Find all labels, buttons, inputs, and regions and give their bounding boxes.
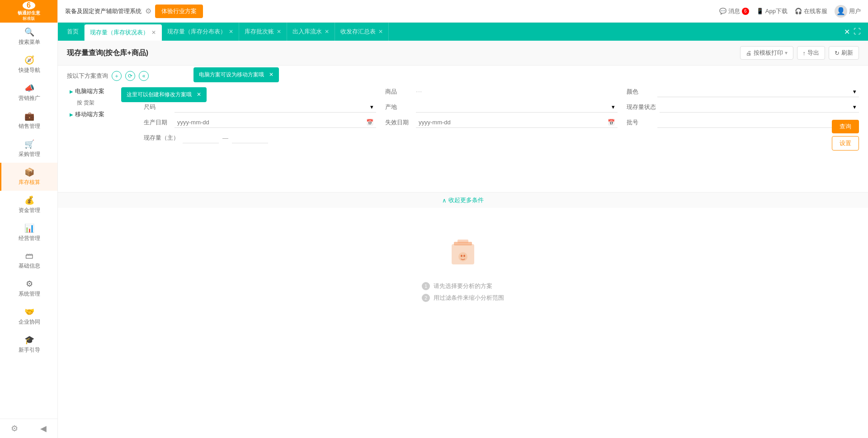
tab-flow[interactable]: 出入库流水 ✕ [287,23,335,41]
tab-close-all-icon[interactable]: ✕ [844,28,850,36]
user-label: 用户 [849,7,861,15]
app-logo: 6 畅通好生意 标准版 [0,0,57,23]
product-dots[interactable]: ··· [416,88,422,96]
tab-summary-close[interactable]: ✕ [378,28,383,35]
reset-btn[interactable]: 设置 [832,136,859,151]
finance-icon: 💰 [24,195,34,205]
color-select[interactable]: ▾ [657,86,859,97]
sidebar-item-marketing[interactable]: 📣 营销推广 [0,79,57,107]
stock-status-select[interactable]: ▾ [660,102,859,113]
tab-inventory-dist[interactable]: 现存量（库存分布表） ✕ [162,23,239,41]
svg-point-4 [461,255,462,257]
scheme-mobile-header[interactable]: ▶ 移动端方案 [67,108,137,120]
stock-main-label: 现存量（主） [144,134,179,142]
sidebar-label-sales: 销售管理 [19,122,40,130]
operations-icon: 📊 [24,223,34,233]
filter-stock-status: 现存量状态 ▾ [627,102,859,113]
industry-btn[interactable]: 体验行业方案 [155,5,203,18]
sidebar-item-sales[interactable]: 💼 销售管理 [0,107,57,135]
stock-main-min[interactable] [183,132,219,143]
online-service-label: 在线客服 [804,7,827,15]
stock-main-max[interactable] [232,132,268,143]
sidebar-label-basic: 基础信息 [19,262,40,270]
sidebar-item-finance[interactable]: 💰 资金管理 [0,191,57,219]
step1-text: 请先选择要分析的方案 [434,280,492,292]
scheme-shelf-label: 按 货架 [77,99,94,107]
app-name: 畅通好生意 [18,10,40,16]
export-btn[interactable]: ↑ 导出 [797,46,826,60]
sidebar-item-system[interactable]: ⚙ 系统管理 [0,274,57,302]
basic-icon: 🗃 [25,251,33,261]
main-content: 装备及固定资产辅助管理系统 ⚙ 体验行业方案 💬 消息 6 📱 App下载 🎧 … [58,0,868,438]
tab-inventory-status[interactable]: 现存量（库存状况表） ✕ [85,24,162,41]
color-dropdown-icon: ▾ [853,88,856,95]
print-btn[interactable]: 🖨 按模板打印 ▾ [740,46,793,60]
logo-icon: 6 [23,1,35,9]
add-scheme-btn[interactable]: ＋ [112,71,122,81]
prod-date-input[interactable]: 📅 [175,117,376,128]
collapse-bar[interactable]: ∧ 收起更多条件 [58,192,868,208]
empty-state: 1 请先选择要分析的方案 2 用过滤条件来缩小分析范围 [58,208,868,331]
search-buttons: 查询 设置 [832,120,859,151]
app-download-btn[interactable]: 📱 App下载 [756,7,788,15]
tab-batch-close[interactable]: ✕ [277,28,281,35]
sidebar-item-search[interactable]: 🔍 搜索菜单 [0,23,57,51]
refresh-btn[interactable]: ↻ 刷新 [829,46,859,60]
collapse-label: 收起更多条件 [448,196,484,204]
expire-date-field[interactable] [419,119,606,126]
prev-scheme-btn[interactable]: « [139,71,149,81]
expire-date-input[interactable]: 📅 [416,117,618,128]
tab-summary[interactable]: 收发存汇总表 ✕ [335,23,389,41]
sidebar-item-inventory[interactable]: 📦 库存核算 [0,163,57,191]
page-title: 现存量查询(按仓库+商品) [67,48,148,58]
sidebar-item-nav[interactable]: 🧭 快捷导航 [0,51,57,79]
app-sub: 标准版 [23,16,35,22]
message-icon: 💬 [719,8,726,14]
expire-date-label: 失效日期 [385,118,412,127]
tab-summary-label: 收发存汇总表 [340,28,376,36]
collapse-sidebar-icon[interactable]: ◀ [40,424,47,433]
prod-date-calendar-icon: 📅 [366,119,373,126]
user-btn[interactable]: 👤 用户 [835,5,861,18]
sidebar-item-guide[interactable]: 🎓 新手引导 [0,330,57,358]
settings-bottom-icon[interactable]: ⚙ [11,424,18,433]
tab-inventory-status-close[interactable]: ✕ [151,29,156,36]
tab-home-label: 首页 [67,28,79,36]
filter-prod-date: 生产日期 📅 [144,117,376,128]
svg-rect-2 [458,240,468,243]
sidebar-item-operations[interactable]: 📊 经营管理 [0,219,57,247]
tab-inventory-dist-close[interactable]: ✕ [229,28,233,35]
message-label: 消息 [728,7,740,15]
online-service-btn[interactable]: 🎧 在线客服 [795,7,827,15]
tooltip2-close[interactable]: ✕ [197,91,201,98]
sidebar-item-basic[interactable]: 🗃 基础信息 [0,247,57,274]
sidebar-item-enterprise[interactable]: 🤝 企业协同 [0,302,57,330]
filter-color: 颜色 ▾ [627,86,859,97]
tab-flow-close[interactable]: ✕ [325,28,329,35]
tab-expand-icon[interactable]: ⛶ [854,28,861,36]
sidebar-item-purchase[interactable]: 🛒 采购管理 [0,135,57,163]
collapse-arrow-icon: ∧ [442,197,447,204]
edit-scheme-btn[interactable]: ⟳ [125,71,135,81]
tab-batch[interactable]: 库存批次账 ✕ [239,23,287,41]
export-label: 导出 [807,49,819,57]
tabs-actions: ✕ ⛶ [840,28,864,36]
tab-home[interactable]: 首页 [61,23,85,41]
content-actions: 🖨 按模板打印 ▾ ↑ 导出 ↻ 刷新 [740,46,859,60]
message-btn[interactable]: 💬 消息 6 [719,7,749,15]
sidebar-label-operations: 经营管理 [19,235,40,242]
origin-select[interactable]: ▾ [416,102,618,113]
tab-batch-label: 库存批次账 [245,28,274,36]
filter-stock-main: 现存量（主） — [144,132,376,143]
inventory-icon: 📦 [24,167,34,177]
empty-step2: 2 用过滤条件来缩小分析范围 [422,292,504,304]
tooltip2-text: 这里可以创建和修改方案哦 [127,91,192,98]
tooltip1-close[interactable]: ✕ [269,71,274,78]
batch-input[interactable] [657,117,859,128]
prod-date-field[interactable] [177,119,364,126]
enterprise-icon: 🤝 [24,307,34,317]
topbar-settings-icon[interactable]: ⚙ [145,7,151,15]
search-btn[interactable]: 查询 [832,120,859,133]
size-select[interactable]: ▾ [175,102,376,113]
filter-product: 商品 ··· [385,86,618,97]
